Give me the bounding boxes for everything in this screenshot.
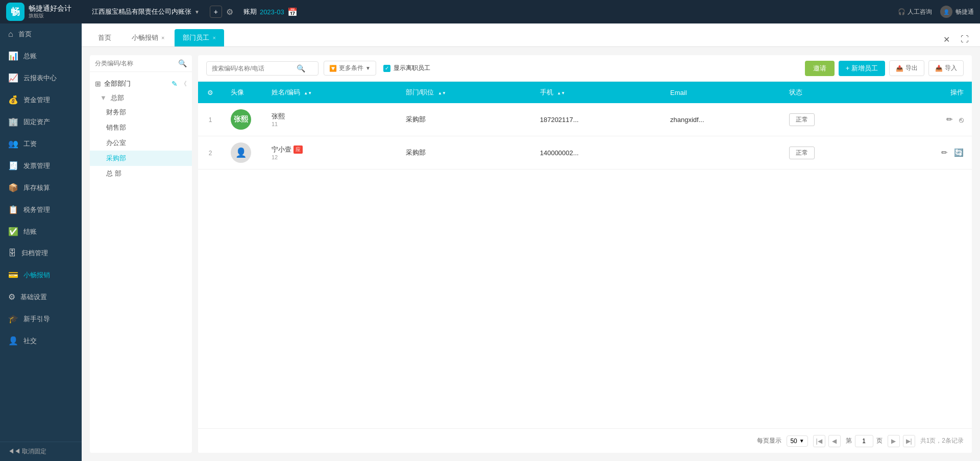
dept-search-icon[interactable]: 🔍 bbox=[178, 59, 187, 67]
dept-search-input[interactable] bbox=[95, 60, 175, 67]
import-button[interactable]: 📥 导入 bbox=[928, 60, 964, 76]
sidebar-item-home[interactable]: ⌂ 首页 bbox=[0, 23, 82, 45]
expand-icon: ▼ bbox=[100, 94, 107, 102]
partners-icon: 👤 bbox=[8, 336, 18, 346]
row-phone-1: 187202117... bbox=[532, 103, 662, 136]
human-service-button[interactable]: 🎧 人工咨询 bbox=[898, 8, 932, 16]
dept-search-area: 🔍 bbox=[90, 55, 192, 72]
calendar-icon[interactable]: 📅 bbox=[287, 7, 298, 17]
th-settings[interactable]: ⚙ bbox=[198, 82, 223, 103]
dept-item-office[interactable]: 办公室 bbox=[90, 135, 192, 151]
add-employee-button[interactable]: + 新增员工 bbox=[839, 61, 885, 76]
tab-expense-close[interactable]: × bbox=[161, 35, 164, 41]
sidebar-item-fixed-assets[interactable]: 🏢 固定资产 bbox=[0, 111, 82, 133]
assets-icon: 🏢 bbox=[8, 117, 18, 127]
filter-icon: 🔽 bbox=[329, 65, 337, 72]
dept-panel: 🔍 ⊞ 全部部门 ✎ 《 ▼ 总部 财 bbox=[90, 55, 192, 453]
logo-area: 畅 畅捷通好会计 旗舰版 bbox=[6, 3, 88, 21]
th-status: 状态 bbox=[781, 82, 880, 103]
dept-item-sales[interactable]: 销售部 bbox=[90, 120, 192, 135]
tab-bar: 首页 小畅报销 × 部门员工 × ✕ ⛶ bbox=[82, 23, 980, 47]
avatar: 👤 bbox=[940, 6, 952, 18]
page-number-input[interactable] bbox=[855, 435, 873, 447]
sidebar: ⌂ 首页 📊 总账 📈 云报表中心 💰 资金管理 🏢 固定资产 👥 工资 🧾 发… bbox=[0, 23, 82, 461]
sidebar-item-expense[interactable]: 💳 小畅报销 bbox=[0, 264, 82, 286]
expense-icon: 💳 bbox=[8, 270, 18, 280]
last-page-button[interactable]: ▶| bbox=[903, 435, 915, 447]
gear-icon: ⚙ bbox=[8, 292, 15, 302]
th-dept-position[interactable]: 部门/职位 ▲▼ bbox=[398, 82, 532, 103]
edit-icon-1[interactable]: ✏ bbox=[946, 115, 953, 124]
th-actions: 操作 bbox=[880, 82, 972, 103]
status-badge-1: 正常 bbox=[789, 113, 815, 126]
sidebar-item-archive[interactable]: 🗄 归档管理 bbox=[0, 242, 82, 264]
maximize-tab-button[interactable]: ⛶ bbox=[958, 32, 972, 46]
refresh-icon-2[interactable]: 🔄 bbox=[954, 148, 964, 157]
row-number-1: 1 bbox=[198, 103, 223, 136]
sidebar-item-partners[interactable]: 👤 社交 bbox=[0, 330, 82, 352]
export-button[interactable]: 📤 导出 bbox=[889, 60, 924, 76]
company-selector[interactable]: 江西服宝精品有限责任公司内账张 ▼ bbox=[88, 5, 204, 18]
collapse-icon[interactable]: 《 bbox=[181, 80, 187, 88]
dept-item-finance[interactable]: 财务部 bbox=[90, 105, 192, 120]
prev-page-button[interactable]: ◀ bbox=[828, 435, 841, 447]
sidebar-item-closing[interactable]: ✅ 结账 bbox=[0, 221, 82, 242]
tab-dept-close[interactable]: × bbox=[212, 35, 215, 41]
all-departments-item[interactable]: ⊞ 全部部门 ✎ 《 bbox=[90, 76, 192, 91]
sidebar-item-guide[interactable]: 🎓 新手引导 bbox=[0, 308, 82, 330]
th-name-code[interactable]: 姓名/编码 ▲▼ bbox=[263, 82, 398, 103]
employee-toolbar: 🔍 🔽 更多条件 ▼ ✓ 显示离职员工 邀请 + 新增员工 bbox=[198, 55, 972, 82]
sidebar-item-tax[interactable]: 📋 税务管理 bbox=[0, 199, 82, 221]
filter-button[interactable]: 🔽 更多条件 ▼ bbox=[324, 61, 376, 76]
table-settings-icon[interactable]: ⚙ bbox=[207, 89, 213, 96]
inventory-icon: 📦 bbox=[8, 183, 18, 192]
table-row: 2 👤 宁小壹 应 12 bbox=[198, 136, 972, 169]
th-phone[interactable]: 手机 ▲▼ bbox=[532, 82, 662, 103]
sidebar-item-reports[interactable]: 📈 云报表中心 bbox=[0, 67, 82, 89]
payroll-icon: 👥 bbox=[8, 139, 18, 149]
resigned-checkbox[interactable]: ✓ bbox=[383, 65, 390, 72]
guide-icon: 🎓 bbox=[8, 314, 18, 324]
invite-button[interactable]: 邀请 bbox=[805, 61, 835, 76]
employee-panel: 🔍 🔽 更多条件 ▼ ✓ 显示离职员工 邀请 + 新增员工 bbox=[198, 55, 972, 453]
page-content: 🔍 ⊞ 全部部门 ✎ 《 ▼ 总部 财 bbox=[82, 47, 980, 461]
page-size-select[interactable]: 50 ▼ bbox=[787, 435, 807, 447]
sidebar-item-settings[interactable]: ⚙ 基础设置 bbox=[0, 286, 82, 308]
page-size-chevron: ▼ bbox=[799, 438, 804, 444]
dept-edit-icon[interactable]: ✎ bbox=[172, 80, 178, 88]
dept-parent-hq[interactable]: ▼ 总部 bbox=[90, 91, 192, 105]
show-resigned-toggle[interactable]: ✓ 显示离职员工 bbox=[383, 64, 430, 72]
edit-icon-2[interactable]: ✏ bbox=[941, 148, 948, 157]
settings-icon[interactable]: ⚙ bbox=[226, 7, 233, 17]
import-icon: 📥 bbox=[935, 65, 943, 72]
search-icon[interactable]: 🔍 bbox=[297, 64, 305, 72]
tab-dept-employee[interactable]: 部门员工 × bbox=[175, 29, 224, 46]
status-badge-2: 正常 bbox=[789, 147, 815, 159]
sort-icons-phone: ▲▼ bbox=[557, 91, 565, 95]
row-status-1: 正常 bbox=[781, 103, 880, 136]
tab-expense[interactable]: 小畅报销 × bbox=[124, 29, 173, 46]
sidebar-item-inventory[interactable]: 📦 库存核算 bbox=[0, 177, 82, 199]
next-page-button[interactable]: ▶ bbox=[888, 435, 900, 447]
add-tab-button[interactable]: + bbox=[210, 6, 222, 18]
sidebar-item-funds[interactable]: 💰 资金管理 bbox=[0, 89, 82, 111]
logout-icon-1[interactable]: ⎋ bbox=[959, 115, 964, 124]
dept-item-headquarters[interactable]: 总 部 bbox=[90, 166, 192, 181]
sidebar-item-invoice[interactable]: 🧾 发票管理 bbox=[0, 155, 82, 177]
first-page-button[interactable]: |◀ bbox=[813, 435, 825, 447]
chevron-down-icon: ▼ bbox=[194, 9, 200, 15]
sidebar-item-payroll[interactable]: 👥 工资 bbox=[0, 133, 82, 155]
th-email: Email bbox=[662, 82, 781, 103]
employees-table: ⚙ 头像 姓名/编码 ▲▼ 部门/职位 ▲▼ bbox=[198, 82, 972, 169]
employee-search-box: 🔍 bbox=[206, 61, 318, 76]
employee-search-input[interactable] bbox=[212, 65, 293, 72]
close-tab-button[interactable]: ✕ bbox=[939, 32, 953, 46]
row-phone-2: 140000002... bbox=[532, 136, 662, 169]
name-badge-2: 宁小壹 应 bbox=[272, 145, 303, 154]
unpin-button[interactable]: ◀◀ 取消固定 bbox=[0, 442, 82, 461]
row-actions-1: ✏ ⎋ bbox=[880, 103, 972, 136]
sidebar-item-general-ledger[interactable]: 📊 总账 bbox=[0, 45, 82, 67]
tab-home[interactable]: 首页 bbox=[90, 29, 119, 46]
dept-item-procurement[interactable]: 采购部 bbox=[90, 151, 192, 166]
archive-icon: 🗄 bbox=[8, 249, 16, 258]
